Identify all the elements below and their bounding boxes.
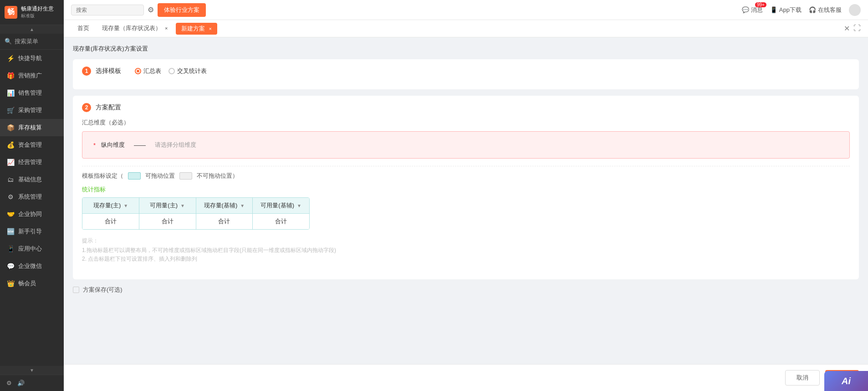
sidebar-item-purchase-label: 采购管理 — [18, 106, 42, 114]
divider-1 — [82, 166, 850, 166]
messages-action[interactable]: 💬 消息 99+ — [742, 6, 763, 14]
tab-home-label: 首页 — [77, 24, 89, 32]
inventory-icon: 📦 — [6, 124, 15, 131]
stats-col-2-chevron: ▼ — [240, 203, 245, 208]
close-panel-icon[interactable]: ✕ — [844, 24, 850, 33]
tab-inventory-close-icon[interactable]: × — [165, 26, 168, 31]
sidebar-item-operations[interactable]: 📈 经营管理 — [0, 154, 64, 171]
tab-new-scheme[interactable]: 新建方案 × — [176, 23, 217, 35]
sidebar-item-appcenter[interactable]: 📱 应用中心 — [0, 240, 64, 257]
tips-line-0: 1.拖动标题栏可以调整布局，不可跨维度或指标区域拖动栏目字段(只能在同一维度或指… — [82, 247, 850, 254]
sidebar-scroll-up[interactable]: ▲ — [0, 25, 64, 34]
tab-inventory-status[interactable]: 现存量（库存状况表） × — [96, 21, 174, 37]
headset-icon: 🎧 — [809, 6, 816, 13]
sidebar-item-quicknav[interactable]: ⚡ 快捷导航 — [0, 50, 64, 67]
sidebar-item-sales-label: 销售管理 — [18, 89, 42, 97]
step1-row: 1 选择模板 汇总表 交叉统计表 — [82, 67, 850, 76]
app-logo-icon: 畅 — [5, 6, 17, 19]
vertical-dim-placeholder[interactable]: 请选择分组维度 — [155, 141, 196, 149]
wechat-icon: 💬 — [6, 262, 15, 270]
stats-col-1-label: 可用量(主) — [150, 201, 178, 210]
sidebar-item-wechat[interactable]: 💬 企业微信 — [0, 257, 64, 275]
sidebar-item-purchase[interactable]: 🛒 采购管理 — [0, 102, 64, 119]
stats-cell-0-1: 合计 — [139, 214, 196, 229]
stats-col-header-0[interactable]: 现存量(主) ▼ — [82, 198, 139, 213]
sidebar-item-newguide[interactable]: 🆕 新手引导 — [0, 223, 64, 240]
footer: 取消 查询 — [64, 364, 868, 391]
save-checkbox[interactable] — [73, 287, 79, 293]
step1-card: 1 选择模板 汇总表 交叉统计表 — [73, 59, 859, 89]
radio-cross[interactable]: 交叉统计表 — [168, 67, 207, 75]
topbar-settings-icon[interactable]: ⚙ — [148, 5, 154, 14]
trial-button[interactable]: 体验行业方案 — [158, 3, 206, 17]
step2-row: 2 方案配置 — [82, 103, 850, 112]
topbar-search-input[interactable] — [71, 5, 144, 15]
app-name: 畅康通好生意 — [21, 5, 54, 13]
stats-col-header-1[interactable]: 可用量(主) ▼ — [139, 198, 196, 213]
sidebar-item-sales[interactable]: 📊 销售管理 — [0, 84, 64, 102]
ai-badge[interactable]: Ai — [824, 371, 868, 391]
quicknav-icon: ⚡ — [6, 55, 15, 62]
sidebar-item-quicknav-label: 快捷导航 — [18, 54, 42, 62]
stats-table-row-0: 合计 合计 合计 合计 — [82, 213, 309, 229]
user-avatar[interactable] — [849, 4, 861, 16]
stats-cell-0-0: 合计 — [82, 214, 139, 229]
sidebar-item-inventory[interactable]: 📦 库存核算 — [0, 119, 64, 136]
vertical-dim-label: 纵向维度 — [101, 141, 125, 149]
sidebar-item-finance-label: 资金管理 — [18, 141, 42, 149]
sidebar-item-collaboration[interactable]: 🤝 企业协同 — [0, 206, 64, 223]
sidebar-scroll-down[interactable]: ▼ — [0, 366, 64, 375]
app-download-action[interactable]: 📱 App下载 — [770, 6, 802, 14]
sidebar-item-basic-info[interactable]: 🗂 基础信息 — [0, 171, 64, 188]
appcenter-icon: 📱 — [6, 245, 15, 252]
app-version: 标准版 — [21, 13, 54, 19]
message-icon: 💬 — [742, 6, 749, 13]
sidebar-item-membership[interactable]: 👑 畅会员 — [0, 275, 64, 292]
customer-service-action[interactable]: 🎧 在线客服 — [809, 6, 842, 14]
stats-section-label: 统计指标 — [82, 185, 850, 194]
sidebar-search[interactable]: 🔍 搜索菜单 — [0, 34, 64, 50]
draggable-indicator-label: 可拖动位置 — [145, 172, 175, 180]
sidebar-item-finance[interactable]: 💰 资金管理 — [0, 136, 64, 154]
finance-icon: 💰 — [6, 141, 15, 149]
step2-num: 2 — [82, 103, 91, 112]
sidebar-item-appcenter-label: 应用中心 — [18, 245, 42, 253]
ai-label: Ai — [842, 376, 851, 386]
tab-new-scheme-label: 新建方案 — [181, 25, 205, 33]
stats-col-header-3[interactable]: 可用量(基辅) ▼ — [253, 198, 309, 213]
operations-icon: 📈 — [6, 159, 15, 166]
save-option-label: 方案保存(可选) — [83, 286, 123, 294]
radio-summary[interactable]: 汇总表 — [135, 67, 161, 75]
sidebar-nav: ⚡ 快捷导航 🎁 营销推广 📊 销售管理 🛒 采购管理 📦 库存核算 💰 资金管… — [0, 50, 64, 366]
app-download-label: App下载 — [779, 6, 802, 14]
content-area: 现存量(库存状况表)方案设置 1 选择模板 汇总表 交叉统计表 — [64, 37, 868, 364]
customer-service-label: 在线客服 — [818, 6, 842, 14]
required-row: * 纵向维度 —— 请选择分组维度 — [93, 141, 838, 149]
marketing-icon: 🎁 — [6, 72, 15, 79]
sidebar-search-label: 搜索菜单 — [15, 37, 38, 46]
indicator-intro-label: 模板指标设定（ — [82, 172, 123, 180]
tips-title: 提示： — [82, 237, 850, 245]
speaker-icon[interactable]: 🔊 — [17, 380, 25, 386]
cancel-button[interactable]: 取消 — [785, 370, 820, 386]
topbar-left: ⚙ 体验行业方案 — [71, 3, 206, 17]
sidebar-item-system[interactable]: ⚙ 系统管理 — [0, 188, 64, 206]
settings-bottom-icon[interactable]: ⚙ — [6, 380, 12, 386]
stats-col-header-2[interactable]: 现存量(基辅) ▼ — [196, 198, 253, 213]
sidebar-item-system-label: 系统管理 — [18, 193, 42, 201]
tab-inventory-status-label: 现存量（库存状况表） — [102, 24, 161, 32]
dimension-section-label: 汇总维度（必选） — [82, 118, 850, 127]
tab-home[interactable]: 首页 — [71, 21, 96, 37]
required-field: * 纵向维度 —— 请选择分组维度 — [82, 131, 850, 159]
sales-icon: 📊 — [6, 89, 15, 97]
membership-icon: 👑 — [6, 280, 15, 287]
sidebar-item-basic-info-label: 基础信息 — [18, 175, 42, 184]
sidebar-item-inventory-label: 库存核算 — [18, 123, 42, 132]
tips-box: 提示： 1.拖动标题栏可以调整布局，不可跨维度或指标区域拖动栏目字段(只能在同一… — [82, 237, 850, 263]
indicator-row: 模板指标设定（ 可拖动位置 不可拖动位置） — [82, 172, 850, 180]
sidebar-item-marketing-label: 营销推广 — [18, 72, 42, 80]
page-title: 现存量(库存状况表)方案设置 — [73, 45, 859, 53]
expand-panel-icon[interactable]: ⛶ — [853, 24, 861, 33]
tab-new-scheme-close-icon[interactable]: × — [209, 26, 211, 31]
sidebar-item-marketing[interactable]: 🎁 营销推广 — [0, 67, 64, 84]
